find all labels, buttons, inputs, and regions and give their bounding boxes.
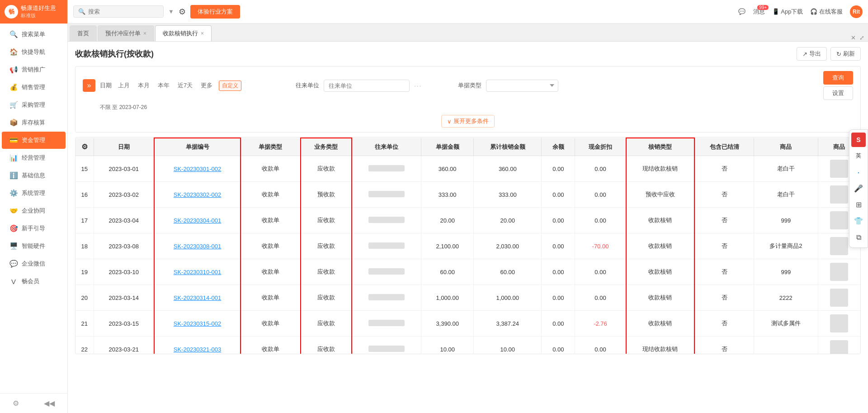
cell-product2 <box>818 285 860 311</box>
notification-btn[interactable]: 💬 99+ 消息 <box>738 8 765 16</box>
sidebar-item-vip[interactable]: V畅会员 <box>2 273 66 290</box>
voucher-no-link[interactable]: SK-20230301-002 <box>174 166 222 172</box>
cell-write-off-type: 现结收款核销 <box>626 156 694 182</box>
cell-date: 2023-03-08 <box>94 233 154 259</box>
voucher-no-link[interactable]: SK-20230315-002 <box>174 320 222 327</box>
sidebar-label-purchase: 采购管理 <box>22 101 45 109</box>
cell-amount: 20.00 <box>421 208 474 233</box>
filter-more-conditions[interactable]: ··· <box>414 82 422 89</box>
sidebar-item-search[interactable]: 🔍搜索菜单 <box>2 26 66 43</box>
filter-toggle-btn[interactable]: » <box>83 79 95 92</box>
cell-cash-discount: 0.00 <box>575 182 626 208</box>
search-input[interactable] <box>88 8 151 15</box>
date-custom-btn[interactable]: 自定义 <box>219 81 241 91</box>
voucher-no-link[interactable]: SK-20230310-001 <box>174 269 222 275</box>
sidebar-settings-btn[interactable]: ⚙ <box>9 397 23 409</box>
voucher-no-link[interactable]: SK-20230308-001 <box>174 243 222 250</box>
cell-write-off-type: 收款核销 <box>626 259 694 285</box>
float-english-icon[interactable]: 英 <box>851 149 866 163</box>
online-service-btn[interactable]: 🎧 在线客服 <box>810 8 843 16</box>
float-shirt-icon[interactable]: 👕 <box>851 214 866 228</box>
refresh-btn[interactable]: ↻ 刷新 <box>830 47 861 61</box>
cell-total-write-off: 2,030.00 <box>474 233 542 259</box>
cell-balance: 0.00 <box>542 182 575 208</box>
sidebar-item-operation[interactable]: 📊经营管理 <box>2 149 66 166</box>
float-copy-icon[interactable]: ⧉ <box>851 230 866 245</box>
sidebar-item-wechat[interactable]: 💬企业微信 <box>2 255 66 272</box>
cell-amount: 10.00 <box>421 337 474 355</box>
cell-voucher-no: SK-20230308-001 <box>154 233 241 259</box>
sidebar-item-hardware[interactable]: 🖥️智能硬件 <box>2 237 66 255</box>
cell-product: 999 <box>754 208 818 233</box>
th-gear[interactable]: ⚙ <box>75 138 94 156</box>
voucher-no-link[interactable]: SK-20230321-003 <box>174 346 222 353</box>
tab-close-write-off[interactable]: × <box>201 30 204 37</box>
sidebar-item-marketing[interactable]: 📢营销推广 <box>2 61 66 78</box>
app-download-btn[interactable]: 📱 App下载 <box>772 8 803 16</box>
voucher-type-select[interactable]: 收款单 红字收款单 <box>486 80 558 92</box>
dropdown-icon[interactable]: ▼ <box>168 8 174 15</box>
sidebar-label-vip: 畅会员 <box>22 277 39 285</box>
tab-write-off[interactable]: 收款核销执行× <box>155 25 212 41</box>
cell-include-settled: 否 <box>694 208 754 233</box>
tab-label-prepayment: 预付冲应付单 <box>105 29 141 38</box>
sidebar-item-inventory[interactable]: 📦库存核算 <box>2 114 66 131</box>
cell-voucher-no: SK-20230304-001 <box>154 208 241 233</box>
sidebar-collapse-btn[interactable]: ◀◀ <box>40 397 58 409</box>
cell-counterpart <box>352 208 421 233</box>
float-s-icon[interactable]: S <box>851 133 866 147</box>
filter-settings-btn[interactable]: 设置 <box>823 86 853 100</box>
table-header-row: ⚙ 日期 单据编号 单据类型 业务类型 往来单位 单据金额 累计核销金额 余额 … <box>75 138 860 156</box>
filter-bar: » 日期 上月 本月 本年 近7天 更多 自定义 往来单位 ··· 单据类型 收… <box>75 66 861 133</box>
solution-btn[interactable]: 体验行业方案 <box>190 5 240 19</box>
sidebar-item-finance[interactable]: 💳资金管理 <box>2 132 66 149</box>
sidebar-label-hardware: 智能硬件 <box>22 242 45 250</box>
cell-write-off-type: 收款核销 <box>626 311 694 337</box>
cell-date: 2023-03-15 <box>94 311 154 337</box>
tab-close-prepayment[interactable]: × <box>143 30 146 37</box>
cell-cash-discount: 0.00 <box>575 208 626 233</box>
tab-home[interactable]: 首页 <box>70 25 97 41</box>
user-avatar[interactable]: Rit <box>850 5 863 18</box>
sidebar-item-enterprise[interactable]: 🤝企业协同 <box>2 202 66 219</box>
sidebar-icon-sales: 💰 <box>9 83 18 91</box>
sidebar-item-quick[interactable]: 🏠快捷导航 <box>2 43 66 61</box>
expand-conditions-btn[interactable]: ∨ 展开更多条件 <box>441 115 495 128</box>
sidebar-item-basic[interactable]: ℹ️基础信息 <box>2 167 66 184</box>
date-range-display: 不限 至 2023-07-26 <box>100 104 147 111</box>
sidebar-item-sales[interactable]: 💰销售管理 <box>2 79 66 96</box>
cell-product: 老白干 <box>754 182 818 208</box>
date-this-year[interactable]: 本年 <box>156 81 171 90</box>
cell-biz-type: 应收款 <box>301 156 352 182</box>
query-btn[interactable]: 查询 <box>823 71 853 85</box>
tab-expand-icon[interactable]: ⤢ <box>859 34 864 41</box>
data-table: ⚙ 日期 单据编号 单据类型 业务类型 往来单位 单据金额 累计核销金额 余额 … <box>75 138 860 354</box>
date-last-7days[interactable]: 近7天 <box>176 81 194 90</box>
cell-seq: 20 <box>75 285 94 311</box>
float-dot-icon[interactable]: · <box>851 165 866 180</box>
cell-balance: 0.00 <box>542 208 575 233</box>
counterpart-input[interactable] <box>324 80 410 92</box>
float-grid-icon[interactable]: ⊞ <box>851 198 866 212</box>
cell-product: 多计量商品2 <box>754 233 818 259</box>
date-last-month[interactable]: 上月 <box>116 81 132 90</box>
sidebar-label-quick: 快捷导航 <box>22 48 45 56</box>
float-mic-icon[interactable]: 🎤 <box>851 181 866 196</box>
voucher-no-link[interactable]: SK-20230314-001 <box>174 294 222 301</box>
date-more[interactable]: 更多 <box>199 81 214 90</box>
voucher-no-link[interactable]: SK-20230304-001 <box>174 217 222 224</box>
cell-biz-type: 应收款 <box>301 337 352 355</box>
sidebar-item-purchase[interactable]: 🛒采购管理 <box>2 96 66 114</box>
sidebar-item-system[interactable]: ⚙️系统管理 <box>2 185 66 202</box>
sidebar-item-guide[interactable]: 🎯新手引导 <box>2 220 66 237</box>
cell-voucher-no: SK-20230314-001 <box>154 285 241 311</box>
date-this-month[interactable]: 本月 <box>136 81 151 90</box>
export-btn[interactable]: ↗ 导出 <box>797 47 827 61</box>
cell-seq: 19 <box>75 259 94 285</box>
voucher-no-link[interactable]: SK-20230302-002 <box>174 191 222 198</box>
topbar-settings-icon[interactable]: ⚙ <box>179 7 186 17</box>
sidebar-label-operation: 经营管理 <box>22 154 45 162</box>
tab-close-all-icon[interactable]: ✕ <box>851 34 856 41</box>
tab-prepayment[interactable]: 预付冲应付单× <box>98 25 154 41</box>
page-header-btns: ↗ 导出 ↻ 刷新 <box>797 47 861 61</box>
